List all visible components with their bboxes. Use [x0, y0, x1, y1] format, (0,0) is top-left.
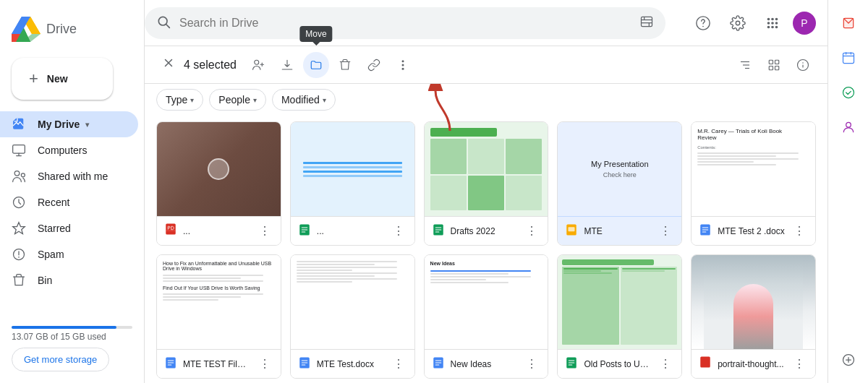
bin-icon — [12, 273, 26, 288]
list-view-button[interactable] — [761, 52, 787, 78]
sidebar-item-spam-label: Spam — [38, 249, 64, 260]
file-more-button[interactable]: ⋮ — [791, 223, 808, 239]
doc-thumbnail: New Ideas — [425, 255, 548, 349]
file-thumbnail — [425, 122, 548, 216]
thumb-bar — [430, 128, 498, 137]
sidebar-item-spam[interactable]: Spam — [0, 241, 138, 267]
svg-point-40 — [401, 64, 404, 66]
file-card[interactable]: New Ideas New Ideas ⋮ — [424, 254, 549, 379]
sidebar-item-recent[interactable]: Recent — [0, 189, 138, 215]
storage-text: 13.07 GB of 15 GB used — [12, 332, 132, 342]
grid-cell — [621, 267, 677, 345]
contacts-icon-button[interactable] — [834, 113, 863, 142]
file-grid: ... ⋮ — [156, 121, 816, 379]
file-card[interactable]: M.R. Carey — Trials of Koli BookReview C… — [691, 121, 816, 246]
file-more-button[interactable]: ⋮ — [657, 223, 674, 239]
file-card[interactable]: Drafts 2022 ⋮ — [424, 121, 549, 246]
doc-line-text: How to Fix an Unformattable and Unusable… — [163, 261, 275, 271]
share-button[interactable] — [245, 52, 271, 78]
svg-point-34 — [771, 25, 774, 28]
sidebar: Drive + New My Drive ▾ — [0, 0, 145, 383]
download-button[interactable] — [274, 52, 300, 78]
pres-sub: Check here — [603, 171, 637, 178]
file-more-button[interactable]: ⋮ — [256, 223, 273, 239]
filter-bar: Type ▾ People ▾ Modified ▾ — [145, 84, 827, 116]
file-footer: New Ideas ⋮ — [425, 349, 548, 378]
file-more-button[interactable]: ⋮ — [523, 223, 540, 239]
sidebar-item-bin-label: Bin — [38, 275, 52, 286]
help-button[interactable] — [689, 9, 718, 38]
file-more-button[interactable]: ⋮ — [523, 356, 540, 372]
filter-list-button[interactable] — [732, 52, 758, 78]
file-footer: ... ⋮ — [291, 216, 414, 245]
file-card[interactable]: Old Posts to Upd... ⋮ — [557, 254, 682, 379]
file-thumbnail: How to Fix an Unformattable and Unusable… — [157, 255, 281, 349]
file-footer: MTE Test.docx ⋮ — [291, 349, 414, 378]
sheets-icon — [298, 223, 311, 239]
svg-point-41 — [401, 67, 404, 69]
file-more-button[interactable]: ⋮ — [256, 356, 273, 372]
shared-icon — [12, 169, 26, 184]
svg-point-27 — [767, 17, 770, 20]
people-chevron-icon: ▾ — [253, 96, 257, 104]
file-card[interactable]: ... ⋮ — [156, 121, 281, 246]
new-plus-icon: + — [29, 69, 38, 88]
sidebar-item-computers-label: Computers — [38, 145, 87, 156]
modified-filter[interactable]: Modified ▾ — [272, 89, 336, 111]
action-icons: Move — [245, 52, 416, 78]
sidebar-item-my-drive[interactable]: My Drive ▾ — [0, 111, 138, 137]
svg-rect-46 — [769, 60, 773, 64]
sidebar-item-bin[interactable]: Bin — [0, 267, 138, 293]
file-thumbnail: M.R. Carey — Trials of Koli BookReview C… — [692, 122, 815, 216]
file-card[interactable]: ... ⋮ — [290, 121, 415, 246]
get-more-storage-button[interactable]: Get more storage — [12, 348, 109, 371]
people-filter[interactable]: People ▾ — [209, 89, 266, 111]
file-card[interactable]: My Presentation Check here MTE ⋮ — [557, 121, 682, 246]
file-more-button[interactable]: ⋮ — [390, 223, 407, 239]
svg-rect-19 — [642, 17, 652, 26]
move-button[interactable] — [303, 52, 329, 78]
file-footer: MTE Test 2 .docx ⋮ — [692, 216, 815, 245]
tasks-icon-button[interactable] — [834, 78, 863, 107]
link-button[interactable] — [361, 52, 387, 78]
calendar-icon-button[interactable] — [834, 43, 863, 72]
type-filter[interactable]: Type ▾ — [156, 89, 203, 111]
file-card[interactable]: portrait-thought... ⋮ — [691, 254, 816, 379]
sidebar-item-starred[interactable]: Starred — [0, 215, 138, 241]
gmail-icon-button[interactable] — [834, 9, 863, 38]
delete-button[interactable] — [332, 52, 358, 78]
apps-button[interactable] — [758, 9, 787, 38]
people-filter-label: People — [218, 94, 250, 106]
file-more-button[interactable]: ⋮ — [657, 356, 674, 372]
deselect-button[interactable] — [156, 51, 181, 79]
file-name: Old Posts to Upd... — [584, 359, 651, 369]
file-card[interactable]: MTE Test.docx ⋮ — [290, 254, 415, 379]
more-actions-button[interactable] — [390, 52, 416, 78]
sheets-thumbnail — [291, 122, 414, 216]
filter-search-icon[interactable] — [639, 14, 654, 32]
sidebar-item-computers[interactable]: Computers — [0, 137, 138, 163]
grid-cell — [430, 139, 467, 174]
app-name: Drive — [46, 22, 77, 37]
svg-rect-11 — [13, 145, 25, 154]
drive-logo-area: Drive — [0, 6, 144, 52]
new-button[interactable]: + New — [12, 58, 113, 100]
docs-icon — [164, 356, 177, 372]
info-button[interactable] — [790, 52, 816, 78]
file-name: ... — [183, 226, 250, 236]
settings-button[interactable] — [723, 9, 752, 38]
add-apps-button[interactable] — [834, 345, 863, 374]
file-more-button[interactable]: ⋮ — [390, 356, 407, 372]
file-more-button[interactable]: ⋮ — [791, 356, 808, 372]
sidebar-item-shared[interactable]: Shared with me — [0, 163, 138, 189]
type-filter-label: Type — [166, 94, 187, 106]
storage-section: 13.07 GB of 15 GB used Get more storage — [0, 320, 144, 377]
file-card[interactable]: How to Fix an Unformattable and Unusable… — [156, 254, 281, 379]
user-avatar[interactable]: P — [793, 12, 816, 35]
search-bar[interactable] — [145, 7, 665, 39]
thumb-bar — [562, 259, 654, 265]
svg-rect-49 — [775, 66, 779, 69]
search-input[interactable] — [179, 17, 631, 30]
sheet-line — [303, 175, 402, 177]
spam-icon — [12, 247, 26, 262]
